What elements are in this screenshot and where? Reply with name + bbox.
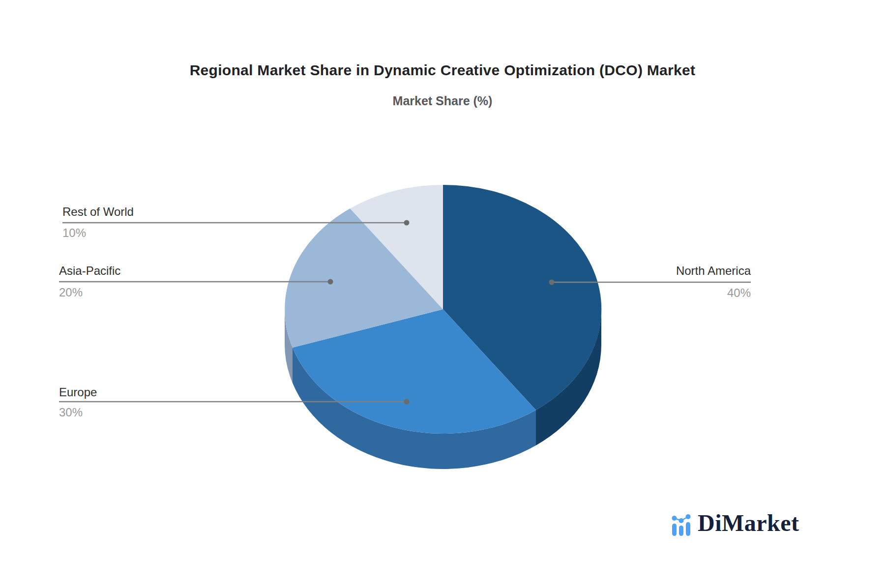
label-asia-pacific: Asia-Pacific [59, 264, 120, 278]
brand-logo: DiMarket [670, 510, 799, 536]
leader-dot-rest-of-world [404, 220, 410, 226]
leader-dot-north-america [549, 280, 555, 285]
pct-asia-pacific: 20% [59, 286, 83, 299]
leader-dot-asia-pacific [328, 279, 333, 285]
pie-chart [0, 0, 885, 588]
chart-canvas: Regional Market Share in Dynamic Creativ… [0, 0, 885, 588]
label-north-america: North America [676, 264, 751, 278]
pct-europe: 30% [59, 406, 83, 419]
label-europe: Europe [59, 385, 97, 399]
pct-rest-of-world: 10% [62, 226, 86, 240]
leader-dot-europe [404, 399, 410, 405]
brand-logo-text: DiMarket [698, 510, 799, 536]
bar-line-chart-icon [670, 510, 693, 536]
label-rest-of-world: Rest of World [62, 205, 134, 219]
pct-north-america: 40% [727, 286, 751, 300]
